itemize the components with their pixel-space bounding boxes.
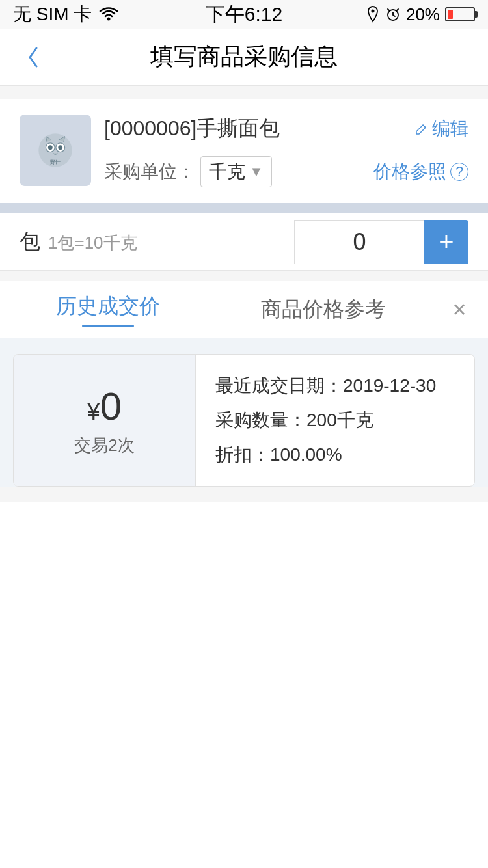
- back-icon: [26, 44, 42, 70]
- quantity-unit-label: 包: [20, 228, 40, 256]
- price-detail-panel: 最近成交日期：2019-12-30 采购数量：200千克 折扣：100.00%: [196, 355, 474, 486]
- price-reference-button[interactable]: 价格参照 ?: [373, 159, 468, 184]
- location-icon: [366, 6, 380, 23]
- price-value: 0: [100, 385, 122, 428]
- product-thumbnail: 野计: [20, 115, 91, 186]
- main-content-area: [0, 502, 488, 868]
- svg-text:野计: 野计: [50, 159, 61, 165]
- price-summary-panel: ¥0 交易2次: [14, 355, 196, 486]
- edit-button[interactable]: 编辑: [414, 116, 468, 141]
- tab-product-price[interactable]: 商品价格参考: [215, 281, 431, 338]
- status-right: 20%: [366, 5, 475, 25]
- battery-percent: 20%: [406, 5, 440, 25]
- price-date-row: 最近成交日期：2019-12-30: [215, 373, 455, 398]
- edit-label: 编辑: [432, 116, 468, 141]
- tab-header: 历史成交价 商品价格参考 ×: [0, 281, 488, 338]
- quantity-label: 采购数量：: [215, 410, 306, 430]
- svg-point-1: [371, 10, 374, 13]
- quantity-row: 包 1包=10千克 +: [0, 213, 488, 271]
- discount-label: 折扣：: [215, 444, 270, 465]
- section-divider: [0, 203, 488, 213]
- product-logo: 野计: [36, 131, 75, 170]
- edit-icon: [414, 121, 429, 137]
- tab-close-button[interactable]: ×: [431, 281, 488, 338]
- price-ref-label: 价格参照: [373, 159, 446, 184]
- page-title: 填写商品采购信息: [150, 41, 338, 73]
- quantity-conversion-label: 1包=10千克: [48, 232, 137, 254]
- svg-point-0: [107, 18, 111, 21]
- tab-product-price-label: 商品价格参考: [261, 295, 386, 324]
- date-value: 2019-12-30: [343, 375, 436, 396]
- quantity-plus-button[interactable]: +: [424, 220, 468, 264]
- price-discount-row: 折扣：100.00%: [215, 442, 455, 467]
- unit-dropdown-arrow: ▼: [249, 163, 264, 180]
- unit-label: 采购单位：: [104, 159, 195, 184]
- battery-icon: [445, 7, 475, 21]
- currency-symbol: ¥: [87, 398, 100, 425]
- wifi-icon: [98, 7, 119, 21]
- price-card: ¥0 交易2次 最近成交日期：2019-12-30 采购数量：200千克 折扣：…: [13, 354, 475, 487]
- nav-bar: 填写商品采购信息: [0, 29, 488, 86]
- quantity-control: +: [294, 220, 468, 264]
- price-ref-info-icon: ?: [450, 163, 468, 181]
- svg-point-6: [48, 145, 53, 150]
- product-info: [0000006]手撕面包 编辑 采购单位： 千克 ▼ 价格参照 ?: [104, 115, 468, 187]
- status-bar: 无 SIM 卡 下午6:12 20%: [0, 0, 488, 29]
- product-card: 野计 [0000006]手撕面包 编辑 采购单位： 千克 ▼: [0, 99, 488, 203]
- battery-fill: [448, 10, 453, 19]
- product-header: [0000006]手撕面包 编辑: [104, 115, 468, 143]
- unit-select-dropdown[interactable]: 千克 ▼: [200, 156, 272, 187]
- quantity-input[interactable]: [294, 220, 424, 264]
- unit-value: 千克: [209, 159, 245, 184]
- status-time: 下午6:12: [206, 1, 282, 28]
- tab-panel: 历史成交价 商品价格参考 × ¥0 交易2次 最近成交日期：2019-12-30…: [0, 281, 488, 487]
- alarm-icon: [385, 6, 401, 23]
- tab-active-indicator: [82, 325, 134, 327]
- tab-history-price-label: 历史成交价: [56, 292, 160, 321]
- discount-value: 100.00%: [270, 444, 342, 465]
- trade-count: 交易2次: [74, 434, 134, 457]
- price-quantity-row: 采购数量：200千克: [215, 407, 455, 433]
- quantity-label-group: 包 1包=10千克: [20, 228, 137, 256]
- price-amount: ¥0: [87, 384, 122, 429]
- back-button[interactable]: [20, 43, 48, 72]
- product-unit-row: 采购单位： 千克 ▼ 价格参照 ?: [104, 156, 468, 187]
- product-full-name: [0000006]手撕面包: [104, 115, 280, 143]
- tab-history-price[interactable]: 历史成交价: [0, 281, 215, 338]
- svg-point-7: [58, 145, 62, 150]
- status-left: 无 SIM 卡: [13, 2, 119, 27]
- date-label: 最近成交日期：: [215, 375, 343, 396]
- carrier-label: 无 SIM 卡: [13, 2, 92, 27]
- quantity-value: 200千克: [306, 410, 373, 430]
